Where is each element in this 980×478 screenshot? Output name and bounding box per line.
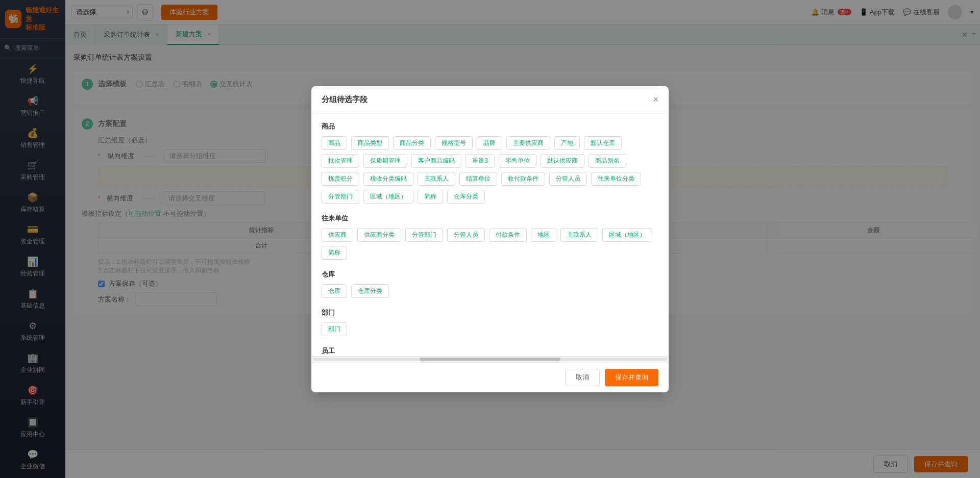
field-tag-goods-15[interactable]: 拣货积分 — [322, 172, 359, 186]
modal-footer: 取消 保存并查询 — [311, 362, 669, 392]
field-tags-department: 部门 — [322, 322, 658, 336]
field-tag-counterpart-1[interactable]: 供应商分类 — [357, 228, 401, 242]
field-section-goods: 商品商品商品类型商品分类规格型号品牌主要供应商产地默认仓库批次管理保质期管理客户… — [322, 122, 658, 204]
field-tag-counterpart-4[interactable]: 付款条件 — [489, 228, 527, 242]
modal-title: 分组待选字段 — [322, 95, 368, 105]
field-tag-warehouse-1[interactable]: 仓库分类 — [351, 284, 389, 298]
field-tag-department-0[interactable]: 部门 — [322, 322, 347, 336]
field-tag-counterpart-5[interactable]: 地区 — [531, 228, 556, 242]
modal-cancel-btn[interactable]: 取消 — [565, 369, 600, 386]
field-tag-goods-10[interactable]: 客户商品编码 — [411, 154, 461, 168]
field-section-title-department: 部门 — [322, 308, 658, 317]
field-tag-goods-3[interactable]: 规格型号 — [435, 136, 473, 150]
field-tag-goods-8[interactable]: 批次管理 — [322, 154, 359, 168]
scroll-thumb — [420, 358, 561, 361]
field-tag-goods-25[interactable]: 仓库分类 — [447, 190, 485, 204]
field-tag-goods-21[interactable]: 往来单位分类 — [591, 172, 641, 186]
field-tag-goods-24[interactable]: 简称 — [418, 190, 443, 204]
field-tag-warehouse-0[interactable]: 仓库 — [322, 284, 347, 298]
field-tag-counterpart-6[interactable]: 主联系人 — [560, 228, 598, 242]
modal-scroll-x[interactable] — [311, 356, 669, 362]
field-tag-goods-20[interactable]: 分管人员 — [549, 172, 587, 186]
field-tag-goods-6[interactable]: 产地 — [554, 136, 580, 150]
field-tag-goods-12[interactable]: 零售单位 — [499, 154, 536, 168]
field-tag-goods-5[interactable]: 主要供应商 — [506, 136, 550, 150]
field-tags-warehouse: 仓库仓库分类 — [322, 284, 658, 298]
field-section-counterpart: 往来单位供应商供应商分类分管部门分管人员付款条件地区主联系人区域（地区）简称 — [322, 214, 658, 260]
field-tags-goods: 商品商品类型商品分类规格型号品牌主要供应商产地默认仓库批次管理保质期管理客户商品… — [322, 136, 658, 204]
field-tag-goods-0[interactable]: 商品 — [322, 136, 347, 150]
scroll-track — [313, 358, 667, 361]
modal: 分组待选字段 × 商品商品商品类型商品分类规格型号品牌主要供应商产地默认仓库批次… — [311, 86, 669, 392]
field-tag-goods-14[interactable]: 商品别名 — [589, 154, 626, 168]
field-tag-goods-9[interactable]: 保质期管理 — [363, 154, 407, 168]
field-section-title-warehouse: 仓库 — [322, 270, 658, 279]
field-tag-counterpart-2[interactable]: 分管部门 — [405, 228, 443, 242]
field-tag-goods-23[interactable]: 区域（地区） — [363, 190, 413, 204]
field-section-staff: 员工业务员 — [322, 346, 658, 356]
field-tag-goods-4[interactable]: 品牌 — [477, 136, 502, 150]
modal-overlay: 分组待选字段 × 商品商品商品类型商品分类规格型号品牌主要供应商产地默认仓库批次… — [0, 0, 980, 478]
modal-body: 商品商品商品类型商品分类规格型号品牌主要供应商产地默认仓库批次管理保质期管理客户… — [311, 114, 669, 356]
modal-header: 分组待选字段 × — [311, 86, 669, 114]
field-tag-goods-22[interactable]: 分管部门 — [322, 190, 359, 204]
field-tag-goods-17[interactable]: 主联系人 — [418, 172, 455, 186]
field-tag-goods-18[interactable]: 结算单位 — [459, 172, 497, 186]
field-tag-counterpart-8[interactable]: 简称 — [322, 246, 347, 260]
field-section-warehouse: 仓库仓库仓库分类 — [322, 270, 658, 298]
field-tag-counterpart-7[interactable]: 区域（地区） — [602, 228, 652, 242]
field-section-title-goods: 商品 — [322, 122, 658, 131]
field-tag-goods-2[interactable]: 商品分类 — [393, 136, 431, 150]
field-section-title-staff: 员工 — [322, 346, 658, 356]
field-tag-goods-19[interactable]: 收付款条件 — [501, 172, 545, 186]
field-tag-goods-11[interactable]: 重量3 — [465, 154, 495, 168]
field-tag-counterpart-0[interactable]: 供应商 — [322, 228, 353, 242]
field-section-department: 部门部门 — [322, 308, 658, 336]
field-tag-goods-1[interactable]: 商品类型 — [351, 136, 389, 150]
field-tag-goods-7[interactable]: 默认仓库 — [584, 136, 622, 150]
modal-confirm-btn[interactable]: 保存并查询 — [605, 369, 658, 386]
field-tag-counterpart-3[interactable]: 分管人员 — [447, 228, 485, 242]
field-tag-goods-13[interactable]: 默认供应商 — [541, 154, 584, 168]
modal-close-btn[interactable]: × — [653, 94, 658, 105]
field-tags-counterpart: 供应商供应商分类分管部门分管人员付款条件地区主联系人区域（地区）简称 — [322, 228, 658, 260]
field-section-title-counterpart: 往来单位 — [322, 214, 658, 223]
field-tag-goods-16[interactable]: 税收分类编码 — [363, 172, 413, 186]
